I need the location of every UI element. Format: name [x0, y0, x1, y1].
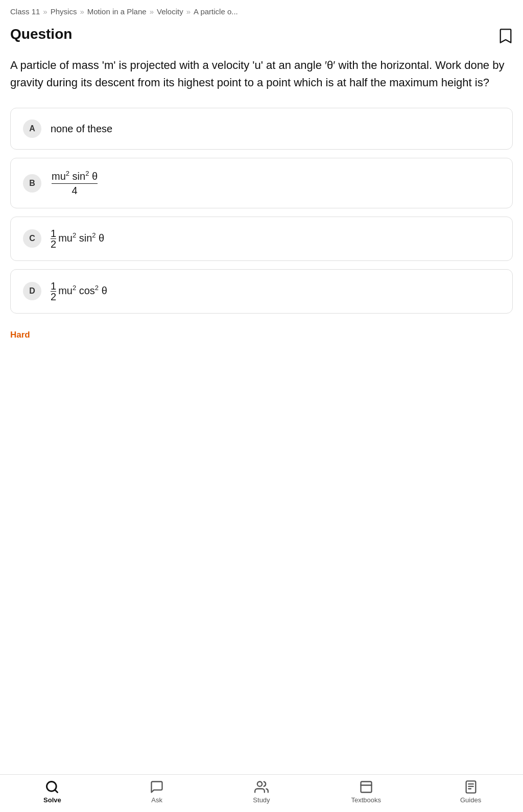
- nav-ask-label: Ask: [151, 796, 162, 804]
- option-d-badge: D: [23, 282, 41, 300]
- bottom-nav: Solve Ask Study Textboo: [0, 774, 523, 812]
- option-c-expression: 1 2 mu2 sin2 θ: [51, 228, 104, 249]
- nav-study-label: Study: [253, 796, 270, 804]
- option-a-badge: A: [23, 120, 41, 138]
- breadcrumb: Class 11 » Physics » Motion in a Plane »…: [0, 0, 523, 21]
- nav-item-guides[interactable]: Guides: [450, 780, 491, 804]
- option-b-text: mu2 sin2 θ 4: [51, 170, 99, 197]
- bookmark-icon[interactable]: [498, 28, 513, 44]
- breadcrumb-motion[interactable]: Motion in a Plane: [87, 7, 147, 16]
- breadcrumb-particle: A particle o...: [194, 7, 238, 16]
- main-content: Question A particle of mass 'm' is proje…: [0, 21, 523, 391]
- option-b-fraction: mu2 sin2 θ 4: [52, 170, 98, 197]
- nav-solve-label: Solve: [43, 796, 61, 804]
- option-c-text: 1 2 mu2 sin2 θ: [51, 228, 104, 249]
- option-b-badge: B: [23, 174, 41, 193]
- option-d[interactable]: D 1 2 mu2 cos2 θ: [10, 269, 513, 314]
- breadcrumb-class11[interactable]: Class 11: [10, 7, 40, 16]
- svg-point-2: [257, 782, 262, 786]
- question-text: A particle of mass 'm' is projected with…: [10, 57, 513, 91]
- nav-guides-label: Guides: [460, 796, 481, 804]
- option-c-badge: C: [23, 229, 41, 248]
- option-b-denominator: 4: [72, 184, 77, 197]
- options-container: A none of these B mu2 sin2 θ 4 C 1: [10, 108, 513, 314]
- nav-item-solve[interactable]: Solve: [32, 780, 73, 804]
- option-c[interactable]: C 1 2 mu2 sin2 θ: [10, 217, 513, 261]
- nav-item-ask[interactable]: Ask: [136, 780, 177, 804]
- question-header: Question: [10, 26, 513, 44]
- ask-icon: [150, 780, 164, 794]
- textbooks-icon: [359, 780, 373, 794]
- option-b-numerator: mu2 sin2 θ: [52, 170, 98, 184]
- option-a-text: none of these: [51, 122, 112, 136]
- question-title: Question: [10, 26, 72, 42]
- option-d-expression: 1 2 mu2 cos2 θ: [51, 281, 107, 302]
- svg-rect-3: [361, 782, 371, 793]
- svg-line-1: [55, 790, 58, 792]
- breadcrumb-sep-4: »: [186, 7, 191, 16]
- nav-item-textbooks[interactable]: Textbooks: [346, 780, 387, 804]
- nav-textbooks-label: Textbooks: [351, 796, 382, 804]
- breadcrumb-physics[interactable]: Physics: [51, 7, 77, 16]
- solve-icon: [45, 780, 59, 794]
- difficulty-label: Hard: [10, 330, 513, 340]
- nav-item-study[interactable]: Study: [241, 780, 282, 804]
- option-a[interactable]: A none of these: [10, 108, 513, 150]
- breadcrumb-sep-1: »: [43, 7, 47, 16]
- study-icon: [254, 780, 269, 794]
- guides-icon: [464, 780, 478, 794]
- breadcrumb-sep-2: »: [80, 7, 84, 16]
- option-d-text: 1 2 mu2 cos2 θ: [51, 281, 107, 302]
- breadcrumb-sep-3: »: [150, 7, 154, 16]
- breadcrumb-velocity[interactable]: Velocity: [157, 7, 183, 16]
- option-b[interactable]: B mu2 sin2 θ 4: [10, 158, 513, 208]
